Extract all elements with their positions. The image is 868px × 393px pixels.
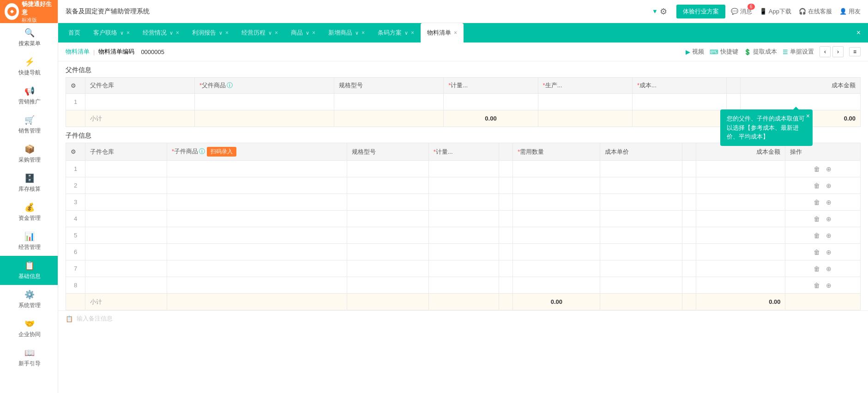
parent-product-cell[interactable]	[195, 94, 334, 110]
tab-bom-close[interactable]: ×	[454, 30, 457, 36]
sidebar-item-finance[interactable]: 💰 资金管理	[0, 198, 58, 227]
child-unit-cell[interactable]	[428, 177, 499, 194]
note-hint[interactable]: 输入备注信息	[77, 314, 113, 323]
tab-addgoods[interactable]: 新增商品 ∨ ×	[322, 23, 371, 42]
child-unit-cell[interactable]	[428, 260, 499, 277]
copy-icon[interactable]: ⊕	[824, 214, 833, 224]
next-button[interactable]: ›	[832, 46, 844, 57]
child-unit-cell[interactable]	[428, 211, 499, 227]
message-action[interactable]: 💬 消息 6	[731, 7, 752, 16]
child-unit-cell[interactable]	[428, 194, 499, 211]
child-unit-cell[interactable]	[428, 244, 499, 260]
tab-customers[interactable]: 客户联络 ∨ ×	[87, 23, 136, 42]
trial-button[interactable]: 体验行业方案	[676, 5, 725, 18]
tab-bom[interactable]: 物料清单 ×	[421, 23, 464, 42]
scan-button[interactable]: 扫码录入	[207, 147, 236, 157]
child-warehouse-cell[interactable]	[85, 194, 167, 211]
sidebar-item-purchase[interactable]: 📦 采购管理	[0, 139, 58, 169]
child-product-cell[interactable]	[167, 277, 347, 294]
settings-action[interactable]: ☰ 单据设置	[783, 48, 814, 56]
tab-operations-close[interactable]: ×	[176, 30, 179, 36]
child-unit-price-cell[interactable]	[600, 177, 682, 194]
child-unit-price-cell[interactable]	[600, 194, 682, 211]
copy-icon[interactable]: ⊕	[824, 281, 833, 290]
parent-spec-cell[interactable]	[334, 94, 444, 110]
app-download-action[interactable]: 📱 App下载	[760, 7, 791, 16]
sidebar-item-inventory[interactable]: 🗄️ 库存核算	[0, 169, 58, 198]
child-needed-cell[interactable]	[513, 244, 600, 260]
delete-icon[interactable]: 🗑	[812, 164, 821, 174]
child-warehouse-cell[interactable]	[85, 177, 167, 194]
child-spec-cell[interactable]	[347, 277, 428, 294]
child-product-cell[interactable]	[167, 161, 347, 177]
parent-unit-cell[interactable]	[444, 94, 538, 110]
child-unit-price-cell[interactable]	[600, 277, 682, 294]
sidebar-item-enterprise[interactable]: 🤝 企业协同	[0, 314, 58, 343]
child-product-cell[interactable]	[167, 194, 347, 211]
child-warehouse-cell[interactable]	[85, 161, 167, 177]
child-needed-cell[interactable]	[513, 194, 600, 211]
sidebar-item-sales[interactable]: 🛒 销售管理	[0, 110, 58, 139]
tab-history-close[interactable]: ×	[275, 30, 278, 36]
dropdown-arrow[interactable]: ▼	[652, 8, 658, 15]
child-unit-price-cell[interactable]	[600, 244, 682, 260]
child-needed-cell[interactable]	[513, 260, 600, 277]
child-spec-cell[interactable]	[347, 177, 428, 194]
child-needed-cell[interactable]	[513, 177, 600, 194]
parent-cost-cell[interactable]	[632, 94, 726, 110]
sidebar-item-marketing[interactable]: 📢 营销推广	[0, 81, 58, 110]
child-product-cell[interactable]	[167, 211, 347, 227]
child-spec-cell[interactable]	[347, 227, 428, 244]
close-all-tabs[interactable]: ×	[853, 29, 864, 37]
copy-icon[interactable]: ⊕	[824, 231, 833, 240]
tab-addgoods-close[interactable]: ×	[362, 30, 365, 36]
parent-warehouse-cell[interactable]	[85, 94, 195, 110]
child-needed-cell[interactable]	[513, 277, 600, 294]
child-spec-cell[interactable]	[347, 194, 428, 211]
shortcut-action[interactable]: ⌨ 快捷键	[710, 48, 738, 56]
delete-icon[interactable]: 🗑	[812, 181, 821, 190]
delete-icon[interactable]: 🗑	[812, 248, 821, 257]
online-service-action[interactable]: 🎧 在线客服	[799, 7, 832, 16]
child-unit-cell[interactable]	[428, 227, 499, 244]
parent-production-cell[interactable]	[538, 94, 632, 110]
tab-goods[interactable]: 商品 ∨ ×	[284, 23, 322, 42]
tab-home[interactable]: 首页	[62, 23, 87, 42]
child-unit-cell[interactable]	[428, 161, 499, 177]
child-spec-cell[interactable]	[347, 211, 428, 227]
delete-icon[interactable]: 🗑	[812, 281, 821, 290]
cost-action[interactable]: 💲 提取成本	[744, 48, 777, 56]
copy-icon[interactable]: ⊕	[824, 181, 833, 190]
child-warehouse-cell[interactable]	[85, 211, 167, 227]
child-product-cell[interactable]	[167, 227, 347, 244]
child-unit-price-cell[interactable]	[600, 211, 682, 227]
child-unit-price-cell[interactable]	[600, 260, 682, 277]
copy-icon[interactable]: ⊕	[824, 198, 833, 207]
child-product-cell[interactable]	[167, 260, 347, 277]
child-unit-price-cell[interactable]	[600, 161, 682, 177]
child-unit-price-cell[interactable]	[600, 227, 682, 244]
user-action[interactable]: 👤 用友	[839, 7, 861, 16]
tooltip-close-button[interactable]: ×	[806, 111, 810, 121]
child-warehouse-cell[interactable]	[85, 244, 167, 260]
child-unit-cell[interactable]	[428, 277, 499, 294]
sidebar-item-search[interactable]: 🔍 搜索菜单	[0, 23, 58, 52]
copy-icon[interactable]: ⊕	[824, 248, 833, 257]
child-needed-cell[interactable]	[513, 227, 600, 244]
sidebar-item-quicknav[interactable]: ⚡ 快捷导航	[0, 52, 58, 81]
list-view-button[interactable]: ≡	[849, 47, 861, 56]
tab-barcode-close[interactable]: ×	[411, 30, 414, 36]
sidebar-item-guide[interactable]: 📖 新手引导	[0, 343, 58, 372]
child-warehouse-cell[interactable]	[85, 277, 167, 294]
tab-customers-close[interactable]: ×	[127, 30, 130, 36]
tab-operations[interactable]: 经营情况 ∨ ×	[136, 23, 186, 42]
child-th-settings[interactable]: ⚙	[66, 143, 85, 161]
child-product-cell[interactable]	[167, 244, 347, 260]
delete-icon[interactable]: 🗑	[812, 214, 821, 224]
breadcrumb-list[interactable]: 物料清单	[66, 48, 90, 56]
child-warehouse-cell[interactable]	[85, 227, 167, 244]
prev-button[interactable]: ‹	[820, 46, 831, 57]
sidebar-item-basicinfo[interactable]: 📋 基础信息	[0, 256, 58, 285]
child-spec-cell[interactable]	[347, 161, 428, 177]
child-needed-cell[interactable]	[513, 211, 600, 227]
